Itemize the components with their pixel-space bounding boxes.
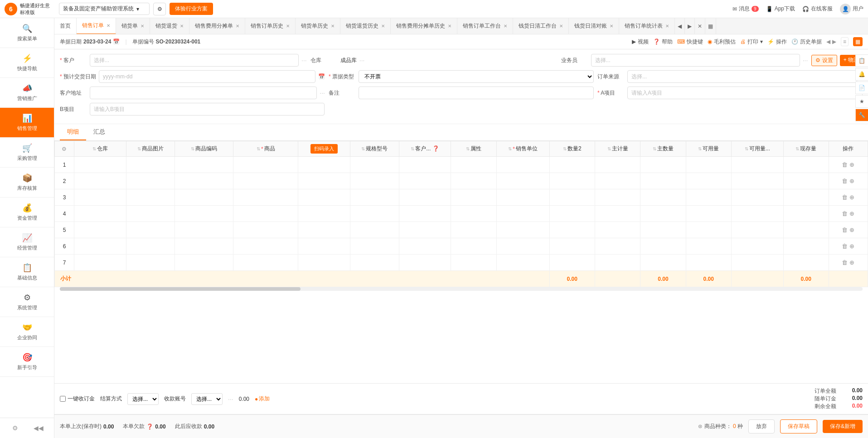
sidebar-item-guide[interactable]: 🎯 新手引导 [0, 347, 54, 377]
row-delete-button[interactable]: 🗑 [842, 226, 848, 233]
tab-expense[interactable]: 销售费用分摊单 ✕ [189, 18, 245, 34]
staff-input[interactable] [591, 54, 800, 67]
tab-menu-button[interactable]: ▦ [705, 18, 716, 34]
sidebar-item-finance[interactable]: 💰 资金管理 [0, 197, 54, 227]
address-input[interactable] [90, 87, 317, 99]
row-copy-button[interactable]: ⊕ [849, 226, 854, 233]
close-icon[interactable]: ✕ [180, 24, 184, 29]
tab-sales-order[interactable]: 销售订单 ✕ [77, 18, 116, 34]
sidebar-collapse-button[interactable]: ◀◀ [32, 422, 45, 434]
right-side-button-4[interactable]: ★ [855, 95, 868, 108]
tab-return-history[interactable]: 销货退货历史 ✕ [340, 18, 391, 34]
one-click-checkbox-input[interactable] [60, 396, 66, 402]
shortcut-button[interactable]: ⌨ 快捷键 [677, 38, 703, 46]
invoice-select[interactable]: 不开票 [359, 70, 594, 83]
account-more-button[interactable]: ··· [228, 395, 233, 403]
right-side-button-1[interactable]: 📋 [855, 54, 868, 67]
tab-stats[interactable]: 销售订单统计表 ✕ [619, 18, 675, 34]
help-button[interactable]: ❓ 帮助 [653, 38, 673, 46]
close-icon[interactable]: ✕ [236, 24, 239, 29]
th-settings[interactable]: ⚙ [55, 141, 74, 157]
detail-tab-summary[interactable]: 汇总 [86, 124, 112, 140]
calendar-icon[interactable]: 📅 [318, 73, 325, 80]
sidebar-settings-button[interactable]: ⚙ [9, 422, 22, 434]
close-icon[interactable]: ✕ [331, 24, 335, 29]
address-more-button[interactable]: ··· [320, 89, 325, 96]
scrollbar-track[interactable] [60, 287, 863, 291]
tab-home[interactable]: 首页 [54, 18, 77, 34]
close-icon[interactable]: ✕ [286, 24, 290, 29]
prev-record-button[interactable]: ◀ [826, 39, 830, 45]
row-copy-button[interactable]: ⊕ [849, 243, 854, 250]
user-menu-button[interactable]: 👤 用户 [840, 4, 863, 14]
row-delete-button[interactable]: 🗑 [842, 178, 848, 184]
right-side-button-5[interactable]: 🔧 [855, 109, 868, 121]
sidebar-item-system[interactable]: ⚙ 系统管理 [0, 287, 54, 317]
sidebar-item-sales[interactable]: 📊 销售管理 [0, 108, 54, 138]
close-icon[interactable]: ✕ [665, 24, 669, 29]
sidebar-item-base-info[interactable]: 📋 基础信息 [0, 257, 54, 287]
solution-button[interactable]: 体验行业方案 [170, 3, 213, 15]
sidebar-item-enterprise[interactable]: 🤝 企业协同 [0, 317, 54, 347]
row-delete-button[interactable]: 🗑 [842, 194, 848, 201]
tab-order-history[interactable]: 销售订单历史 ✕ [245, 18, 296, 34]
warehouse-more-button[interactable]: ··· [359, 57, 365, 64]
tab-expense-history[interactable]: 销售费用分摊单历史 ✕ [391, 18, 457, 34]
scan-button[interactable]: 扫码录入 [310, 144, 338, 154]
row-copy-button[interactable]: ⊕ [849, 259, 854, 266]
calendar-icon[interactable]: 📅 [113, 39, 120, 45]
note-input[interactable] [359, 87, 594, 99]
close-icon[interactable]: ✕ [448, 24, 451, 29]
right-side-button-3[interactable]: 📄 [855, 82, 868, 94]
tab-close-button[interactable]: ✕ [695, 18, 705, 34]
row-copy-button[interactable]: ⊕ [849, 178, 854, 184]
view-video-button[interactable]: ▶ 视频 [632, 38, 649, 46]
tab-next-button[interactable]: ▶ [685, 18, 695, 34]
row-delete-button[interactable]: 🗑 [842, 259, 848, 266]
close-icon[interactable]: ✕ [381, 24, 385, 29]
row-copy-button[interactable]: ⊕ [849, 161, 854, 168]
system-selector[interactable]: 装备及固定资产辅助管理系统 ▾ [59, 3, 150, 15]
account-select[interactable]: 选择... [191, 393, 223, 405]
order-source-input[interactable] [627, 70, 857, 83]
close-icon[interactable]: ✕ [559, 24, 563, 29]
close-icon[interactable]: ✕ [141, 24, 144, 29]
sidebar-item-inventory[interactable]: 📦 库存核算 [0, 168, 54, 197]
close-icon[interactable]: ✕ [107, 23, 110, 28]
online-service-button[interactable]: 🎧 在线客服 [802, 5, 833, 13]
discard-button[interactable]: 放弃 [748, 419, 775, 433]
profit-button[interactable]: ◉ 毛利预估 [708, 38, 736, 46]
sidebar-item-operations[interactable]: 📈 经营管理 [0, 227, 54, 257]
settings-button[interactable]: ⚙ 设置 [811, 55, 837, 66]
save-new-button[interactable]: 保存&新增 [823, 420, 863, 433]
history-button[interactable]: 🕐 历史单据 [791, 38, 822, 46]
sidebar-item-purchase[interactable]: 🛒 采购管理 [0, 138, 54, 168]
app-download-button[interactable]: 📱 App下载 [766, 5, 795, 13]
one-click-checkbox[interactable]: 一键收订金 [60, 395, 95, 403]
next-record-button[interactable]: ▶ [832, 39, 836, 45]
row-delete-button[interactable]: 🗑 [842, 243, 848, 250]
tab-return[interactable]: 销货退货 ✕ [150, 18, 189, 34]
b-project-input[interactable] [90, 103, 325, 116]
view-toggle-grid[interactable]: ▦ [853, 37, 863, 46]
sidebar-item-quicknav[interactable]: ⚡ 快捷导航 [0, 48, 54, 78]
tab-prev-button[interactable]: ◀ [675, 18, 685, 34]
customer-more-button[interactable]: ··· [301, 57, 307, 64]
print-button[interactable]: 🖨 打印 ▾ [740, 38, 763, 46]
operation-button[interactable]: ⚡ 操作 [767, 38, 787, 46]
detail-tab-detail[interactable]: 明细 [60, 124, 86, 140]
close-icon[interactable]: ✕ [610, 24, 613, 29]
row-copy-button[interactable]: ⊕ [849, 210, 854, 217]
row-delete-button[interactable]: 🗑 [842, 210, 848, 217]
payment-method-select[interactable]: 选择... [127, 393, 159, 405]
customer-input[interactable] [90, 54, 299, 67]
staff-more-button[interactable]: ··· [803, 57, 808, 64]
sidebar-item-marketing[interactable]: 📣 营销推广 [0, 78, 54, 108]
tab-sales-invoice[interactable]: 销货单 ✕ [116, 18, 150, 34]
save-draft-button[interactable]: 保存草稿 [780, 419, 817, 433]
scrollbar-thumb[interactable] [60, 287, 301, 291]
add-payment-button[interactable]: ● 添加 [255, 395, 270, 403]
close-icon[interactable]: ✕ [504, 24, 507, 29]
row-copy-button[interactable]: ⊕ [849, 194, 854, 201]
system-settings-button[interactable]: ⚙ [153, 3, 166, 15]
